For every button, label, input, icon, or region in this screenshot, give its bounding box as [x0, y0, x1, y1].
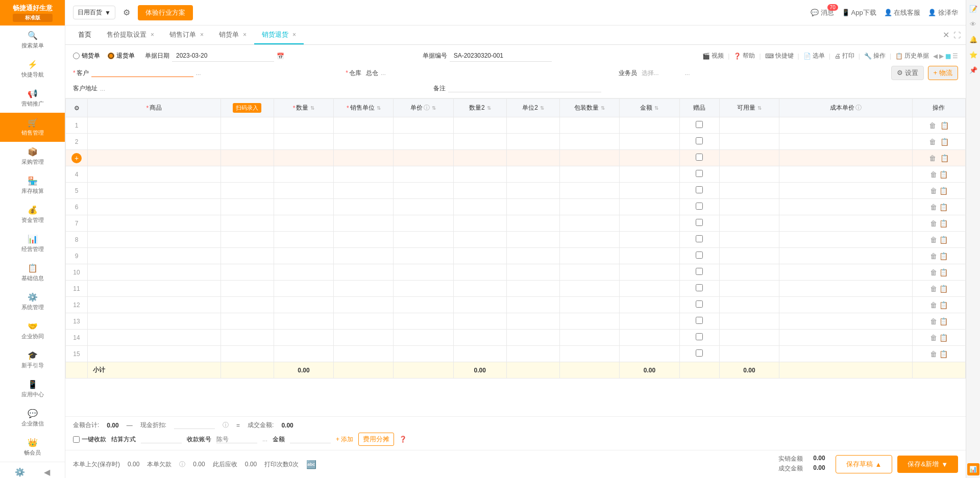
customer-input[interactable]	[91, 69, 193, 77]
row-gift-2[interactable]	[679, 134, 719, 150]
row-pkg-1[interactable]	[560, 117, 620, 134]
gift-checkbox-10[interactable]	[696, 268, 703, 275]
right-panel-icon-5[interactable]: 📌	[969, 64, 977, 77]
delete-row-5-icon[interactable]: 🗑	[930, 187, 937, 195]
row-qty-1[interactable]	[274, 117, 333, 134]
sidebar-item-sales[interactable]: 🛒 销售管理	[0, 113, 65, 142]
radio-sales-delivery-input[interactable]	[73, 53, 80, 59]
copy-row-15-icon[interactable]: 📋	[939, 350, 948, 358]
print-btn[interactable]: 🖨 打印	[832, 51, 857, 61]
tab-sales-order[interactable]: 销售订单 ×	[162, 26, 211, 44]
try-solution-button[interactable]: 体验行业方案	[138, 5, 193, 20]
settings-gear-icon[interactable]: ⚙️	[15, 467, 25, 477]
expense-split-button[interactable]: 费用分摊	[358, 433, 394, 446]
sidebar-item-purchase[interactable]: 📦 采购管理	[0, 142, 65, 171]
row-unit-1[interactable]	[334, 117, 394, 134]
th-scan[interactable]: 扫码录入	[220, 99, 274, 117]
calendar-icon[interactable]: 📅	[277, 53, 284, 60]
warehouse-dots[interactable]: ...	[381, 69, 386, 77]
gift-checkbox-3[interactable]	[696, 154, 703, 161]
tab-sales-delivery-close[interactable]: ×	[243, 31, 247, 38]
row-price-3[interactable]	[394, 150, 453, 166]
copy-row-3-icon[interactable]: 📋	[940, 154, 949, 162]
gift-checkbox-9[interactable]	[696, 251, 703, 259]
gift-checkbox-5[interactable]	[696, 186, 703, 193]
sidebar-item-operations[interactable]: 📊 经营管理	[0, 229, 65, 258]
gift-checkbox-15[interactable]	[696, 349, 703, 357]
row-product-3[interactable]	[88, 150, 221, 166]
gift-checkbox-11[interactable]	[696, 284, 703, 291]
copy-row-8-icon[interactable]: 📋	[939, 236, 948, 244]
tab-sales-delivery[interactable]: 销货单 ×	[211, 26, 254, 44]
sidebar-item-newbie[interactable]: 🎓 新手引导	[0, 345, 65, 374]
delete-row-1-icon[interactable]: 🗑	[929, 121, 936, 130]
discount-info-icon[interactable]: ⓘ	[223, 421, 229, 430]
row-cost-3[interactable]	[779, 150, 913, 166]
gift-checkbox-2[interactable]	[696, 137, 703, 144]
radio-sales-delivery[interactable]: 销货单	[73, 52, 100, 60]
sidebar-item-finance[interactable]: 💰 资金管理	[0, 200, 65, 229]
tab-home[interactable]: 首页	[70, 26, 99, 44]
info-icon-owe[interactable]: ⓘ	[179, 460, 185, 469]
add-logistics-button[interactable]: + 物流	[928, 66, 959, 80]
row-pkg-2[interactable]	[560, 134, 620, 150]
copy-row-4-icon[interactable]: 📋	[939, 170, 948, 179]
radio-sales-return[interactable]: 退货单	[108, 52, 135, 60]
row-gift-3[interactable]	[679, 150, 719, 166]
product-input-3[interactable]	[91, 154, 217, 162]
remark-input[interactable]	[448, 85, 601, 92]
row-cost-1[interactable]	[779, 117, 913, 134]
topbar-gear-icon[interactable]: ⚙	[123, 8, 130, 17]
sidebar-item-wechat[interactable]: 💬 企业微信	[0, 404, 65, 433]
amount-sort-icon[interactable]: ⇅	[654, 105, 658, 111]
copy-row-1-icon[interactable]: 📋	[940, 121, 949, 130]
industry-selector[interactable]: 日用百货 ▼	[73, 6, 115, 19]
video-btn[interactable]: 🎬 视频	[700, 51, 726, 61]
maximize-icon[interactable]: ⛶	[953, 31, 961, 39]
row-amount-3[interactable]	[620, 150, 679, 166]
delete-row-12-icon[interactable]: 🗑	[930, 301, 937, 309]
grid-view-icon[interactable]: ▦	[945, 53, 951, 60]
expense-info-icon[interactable]: ❓	[399, 436, 407, 443]
row-pkg-3[interactable]	[560, 150, 620, 166]
next-icon[interactable]: ▶	[939, 53, 944, 60]
copy-row-9-icon[interactable]: 📋	[939, 252, 948, 260]
tab-price-setting[interactable]: 售价提取设置 ×	[99, 26, 162, 44]
help-btn[interactable]: ❓ 帮助	[731, 51, 757, 61]
unit2-sort-icon[interactable]: ⇅	[540, 105, 544, 111]
copy-row-2-icon[interactable]: 📋	[940, 138, 949, 146]
copy-row-12-icon[interactable]: 📋	[939, 301, 948, 309]
right-panel-icon-1[interactable]: 📝	[969, 3, 977, 15]
delete-row-13-icon[interactable]: 🗑	[930, 317, 937, 325]
user-area[interactable]: 👤 徐泽华	[928, 8, 958, 17]
price-sort-icon[interactable]: ⇅	[432, 105, 436, 111]
qty2-sort-icon[interactable]: ⇅	[487, 105, 491, 111]
shortcut-keys-btn[interactable]: ⌨ 快捷键	[763, 51, 796, 61]
account-number-input[interactable]	[216, 436, 257, 443]
sidebar-item-marketing[interactable]: 📢 营销推广	[0, 84, 65, 113]
save-draft-button[interactable]: 保存草稿 ▲	[836, 455, 893, 473]
customer-dots[interactable]: ...	[196, 69, 201, 77]
collapse-icon[interactable]: ◀	[44, 467, 50, 477]
right-panel-icon-4[interactable]: ⭐	[969, 48, 977, 61]
row-unit2-2[interactable]	[506, 134, 559, 150]
right-panel-icon-2[interactable]: 👁	[970, 18, 976, 31]
row-avail-1[interactable]	[719, 117, 779, 134]
notification-area[interactable]: 💬 消息 70	[811, 8, 834, 17]
sidebar-item-basic[interactable]: 📋 基础信息	[0, 258, 65, 287]
online-service-link[interactable]: 👤 在线客服	[884, 8, 921, 17]
date-value[interactable]: 2023-03-20	[172, 50, 274, 62]
row-qty2-2[interactable]	[453, 134, 506, 150]
copy-row-6-icon[interactable]: 📋	[939, 203, 948, 211]
sidebar-item-shortcut[interactable]: ⚡ 快捷导航	[0, 55, 65, 84]
tab-price-setting-close[interactable]: ×	[151, 31, 154, 38]
gift-checkbox-7[interactable]	[696, 219, 703, 226]
quantity-sort-icon[interactable]: ⇅	[310, 105, 314, 111]
row-qty-2[interactable]	[274, 134, 333, 150]
row-product-1[interactable]	[88, 117, 221, 134]
gift-checkbox-6[interactable]	[696, 203, 703, 210]
gift-checkbox-14[interactable]	[696, 333, 703, 340]
row-gift-1[interactable]	[679, 117, 719, 134]
add-payment-button[interactable]: + 添加	[336, 435, 353, 444]
tab-sales-return[interactable]: 销货退货 ×	[254, 26, 304, 44]
